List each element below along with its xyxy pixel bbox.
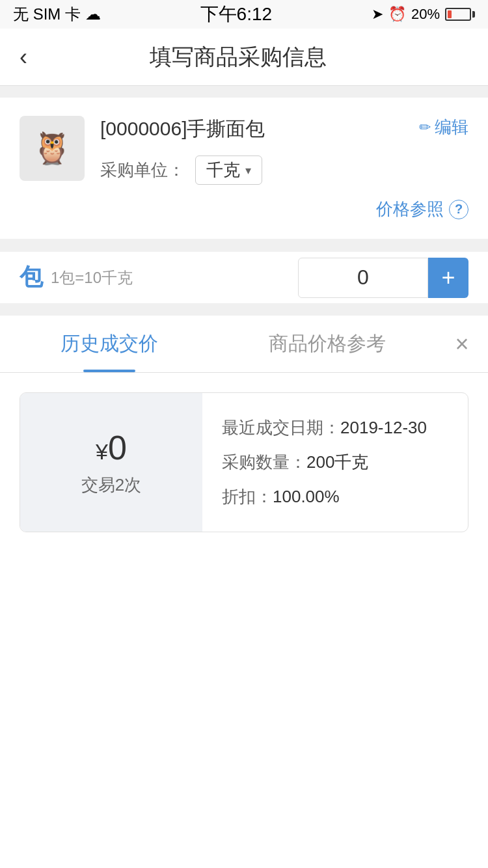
history-price-summary: ¥0 交易2次: [20, 393, 202, 532]
nav-bar: ‹ 填写商品采购信息: [0, 29, 488, 86]
trade-count: 交易2次: [81, 474, 141, 496]
quantity-label: 包 1包=10千克: [20, 262, 133, 293]
divider: [0, 239, 488, 251]
edit-button[interactable]: ✏ 编辑: [419, 116, 468, 139]
back-button[interactable]: ‹: [20, 37, 40, 77]
quantity-controls: 0 +: [298, 258, 468, 298]
status-bar: 无 SIM 卡 ☁ 下午6:12 ➤ ⏰ 20%: [0, 0, 488, 29]
product-meta: 采购单位： 千克 ▾: [100, 156, 419, 185]
price-ref-label: 价格参照: [376, 198, 444, 221]
divider-2: [0, 304, 488, 316]
tab-section: 历史成交价 商品价格参考 × ¥0 交易2次 最近成交日期：2019-12-30…: [0, 316, 488, 552]
info-icon: ?: [449, 200, 468, 219]
battery-percent: 20%: [411, 6, 440, 23]
purchase-qty-row: 采购数量：200千克: [222, 451, 448, 474]
purchase-qty-label: 采购数量：: [222, 452, 306, 472]
tab-close-button[interactable]: ×: [436, 331, 488, 358]
page-title: 填写商品采购信息: [40, 42, 436, 72]
product-name: [0000006]手撕面包: [100, 116, 419, 142]
sim-label: 无 SIM 卡 ☁: [13, 4, 101, 25]
edit-icon: ✏: [419, 119, 431, 136]
status-left: 无 SIM 卡 ☁: [13, 4, 101, 25]
unit-value: 千克: [206, 159, 240, 182]
recent-date-row: 最近成交日期：2019-12-30: [222, 416, 448, 439]
currency-symbol: ¥: [96, 439, 108, 464]
unit-conversion-note: 1包=10千克: [51, 267, 133, 288]
price-reference-button[interactable]: 价格参照 ?: [376, 198, 468, 221]
alarm-icon: ⏰: [388, 6, 406, 23]
bottom-area: [0, 552, 488, 868]
tab-history-price[interactable]: 历史成交价: [0, 316, 218, 372]
unit-select[interactable]: 千克 ▾: [195, 156, 262, 185]
history-card: ¥0 交易2次 最近成交日期：2019-12-30 采购数量：200千克 折扣：…: [20, 392, 468, 532]
status-right: ➤ ⏰ 20%: [372, 6, 475, 23]
unit-char: 包: [20, 262, 43, 293]
discount-label: 折扣：: [222, 487, 273, 506]
tab-product-price-ref[interactable]: 商品价格参考: [218, 316, 436, 372]
location-icon: ➤: [372, 6, 383, 23]
product-logo-icon: 🦉: [33, 130, 72, 167]
battery-icon: [445, 8, 475, 21]
history-price-value: ¥0: [96, 428, 127, 467]
recent-date-value: 2019-12-30: [340, 418, 427, 437]
discount-value: 100.00%: [273, 487, 340, 506]
history-details: 最近成交日期：2019-12-30 采购数量：200千克 折扣：100.00%: [202, 393, 468, 532]
purchase-qty-value: 200千克: [306, 452, 368, 472]
unit-label: 采购单位：: [100, 159, 185, 182]
quantity-input[interactable]: 0: [298, 258, 428, 298]
chevron-down-icon: ▾: [245, 163, 251, 178]
quantity-plus-button[interactable]: +: [428, 258, 468, 298]
product-image: 🦉: [20, 116, 85, 181]
product-section: 🦉 [0000006]手撕面包 采购单位： 千克 ▾ ✏ 编辑: [0, 98, 488, 239]
history-content: ¥0 交易2次 最近成交日期：2019-12-30 采购数量：200千克 折扣：…: [0, 373, 488, 552]
product-info: [0000006]手撕面包 采购单位： 千克 ▾: [100, 116, 419, 185]
quantity-section: 包 1包=10千克 0 +: [0, 252, 488, 304]
tab-header: 历史成交价 商品价格参考 ×: [0, 316, 488, 373]
discount-row: 折扣：100.00%: [222, 485, 448, 508]
status-time: 下午6:12: [200, 2, 273, 27]
recent-date-label: 最近成交日期：: [222, 418, 340, 437]
